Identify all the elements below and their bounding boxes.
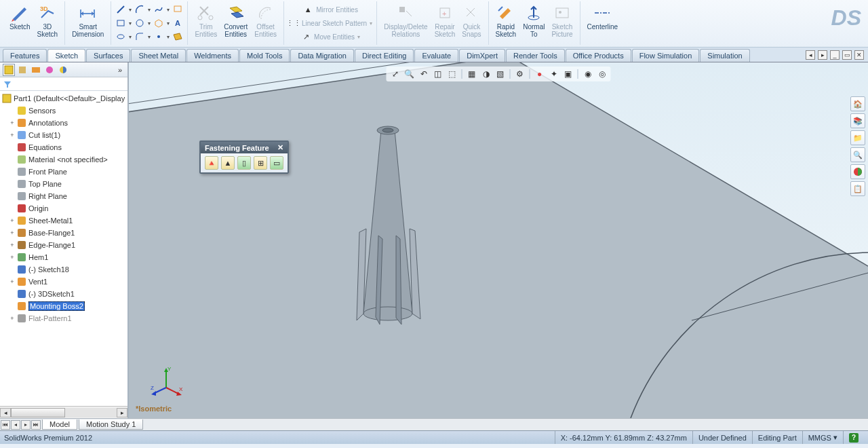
- bt-first-icon[interactable]: ⏮: [1, 420, 10, 430]
- zoom-area-icon[interactable]: 🔍: [403, 68, 416, 80]
- rapid-sketch-button[interactable]: Rapid Sketch: [493, 3, 519, 39]
- panel-expand-icon[interactable]: »: [115, 66, 125, 74]
- tree-item[interactable]: Top Plane: [0, 178, 127, 190]
- scroll-left-icon[interactable]: ◂: [0, 408, 11, 417]
- scroll-right-icon[interactable]: ▸: [117, 408, 127, 417]
- tree-item[interactable]: +Annotations: [0, 117, 127, 129]
- tree-expand-icon[interactable]: +: [8, 254, 16, 261]
- arc-tool-icon[interactable]: [134, 4, 145, 15]
- tree-item[interactable]: +Sheet-Metal1: [0, 214, 127, 227]
- command-tab[interactable]: Render Tools: [506, 49, 565, 62]
- win-restore-icon[interactable]: ▭: [842, 50, 852, 60]
- filter-bar[interactable]: [0, 77, 127, 91]
- panel-hscroll[interactable]: ◂ ▸: [0, 406, 127, 418]
- bt-last-icon[interactable]: ⏭: [31, 420, 41, 430]
- bottom-tab[interactable]: Model: [42, 419, 77, 430]
- win-minimize-icon[interactable]: _: [830, 50, 840, 60]
- centerline-button[interactable]: Centerline: [585, 3, 621, 31]
- circle-tool-icon[interactable]: [134, 18, 145, 29]
- command-tab[interactable]: Data Migration: [290, 49, 354, 62]
- tree-item[interactable]: +Hem1: [0, 251, 127, 263]
- view-settings-icon[interactable]: ⚙: [514, 68, 526, 80]
- camera-icon[interactable]: ◉: [582, 68, 594, 80]
- bt-prev-icon[interactable]: ◂: [11, 420, 20, 430]
- smart-dimension-button[interactable]: Smart Dimension: [69, 3, 106, 39]
- command-tab[interactable]: Direct Editing: [355, 49, 414, 62]
- display-style-icon[interactable]: ▦: [466, 68, 478, 80]
- rect-corner-icon[interactable]: [115, 18, 126, 29]
- tree-item[interactable]: +Edge-Flange1: [0, 239, 127, 251]
- bt-next-icon[interactable]: ▸: [21, 420, 31, 430]
- spline-tool-icon[interactable]: [153, 4, 164, 15]
- sketch-button[interactable]: Sketch: [7, 3, 33, 39]
- vent-icon[interactable]: ⊞: [254, 156, 267, 170]
- file-explorer-tab-icon[interactable]: 📁: [850, 130, 865, 145]
- tree-item[interactable]: +Vent1: [0, 276, 127, 288]
- line-tool-icon[interactable]: [115, 4, 126, 15]
- command-tab[interactable]: Sheet Metal: [131, 49, 186, 62]
- command-tab[interactable]: Weldments: [186, 49, 239, 62]
- tree-item[interactable]: Mounting Boss2: [0, 300, 127, 312]
- fillet-tool-icon[interactable]: [134, 31, 145, 42]
- custom-props-tab-icon[interactable]: 📋: [850, 181, 865, 196]
- view-orient-icon[interactable]: ⬚: [446, 68, 458, 80]
- tree-item[interactable]: +Base-Flange1: [0, 227, 127, 239]
- mounting-boss-icon[interactable]: 🔺: [205, 156, 218, 170]
- tree-item[interactable]: +Cut list(1): [0, 129, 127, 141]
- scene-icon[interactable]: ▧: [494, 68, 507, 80]
- ellipse-tool-icon[interactable]: [115, 31, 126, 42]
- tree-item[interactable]: Front Plane: [0, 166, 127, 178]
- display-tab-icon[interactable]: [57, 64, 69, 76]
- zoom-fit-icon[interactable]: ⤢: [389, 68, 401, 80]
- appearances-tab-icon[interactable]: [850, 164, 865, 179]
- tree-expand-icon[interactable]: +: [8, 119, 16, 126]
- tree-item[interactable]: Material <not specified>: [0, 153, 127, 166]
- hide-show-icon[interactable]: ◑: [480, 68, 492, 80]
- command-tab[interactable]: Surfaces: [86, 49, 130, 62]
- lip-groove-icon[interactable]: ▭: [270, 156, 283, 170]
- command-tab[interactable]: DimXpert: [459, 49, 505, 62]
- text-tool-icon[interactable]: A: [172, 18, 183, 29]
- command-tab[interactable]: Evaluate: [414, 49, 458, 62]
- snap-groove-icon[interactable]: ▯: [237, 156, 251, 170]
- polygon-tool-icon[interactable]: [153, 18, 164, 29]
- decal-icon[interactable]: ✦: [548, 68, 560, 80]
- command-tab[interactable]: Mold Tools: [239, 49, 290, 62]
- scroll-thumb[interactable]: [11, 408, 65, 417]
- rect-tool-icon[interactable]: [172, 4, 183, 15]
- tree-expand-icon[interactable]: +: [8, 315, 16, 322]
- status-help-icon[interactable]: ?: [843, 431, 864, 444]
- resources-tab-icon[interactable]: 🏠: [850, 96, 865, 111]
- flyout-close-icon[interactable]: ✕: [277, 143, 283, 152]
- tree-expand-icon[interactable]: +: [8, 217, 16, 224]
- command-tab[interactable]: Flow Simulation: [632, 49, 700, 62]
- tree-item[interactable]: (-) Sketch18: [0, 263, 127, 276]
- tree-root[interactable]: Part1 (Default<<Default>_Display: [0, 92, 127, 105]
- tree-item[interactable]: Origin: [0, 202, 127, 214]
- design-library-tab-icon[interactable]: 📚: [850, 113, 865, 128]
- status-units[interactable]: MMGS ▾: [802, 431, 843, 444]
- plane-tool-icon[interactable]: [172, 31, 183, 42]
- bottom-tab[interactable]: Motion Study 1: [79, 419, 143, 430]
- render-icon[interactable]: ▣: [562, 68, 574, 80]
- tree-expand-icon[interactable]: +: [8, 229, 16, 236]
- command-tab[interactable]: Simulation: [700, 49, 749, 62]
- tree-item[interactable]: Right Plane: [0, 190, 127, 202]
- tree-expand-icon[interactable]: +: [8, 132, 16, 138]
- win-next-icon[interactable]: ▸: [818, 50, 827, 60]
- graphics-area[interactable]: ⋮ ⤢ 🔍 ↶: [129, 62, 868, 418]
- view-palette-tab-icon[interactable]: 🔍: [850, 147, 865, 162]
- tree-item[interactable]: +Flat-Pattern1: [0, 312, 127, 324]
- command-tab[interactable]: Sketch: [47, 49, 85, 62]
- property-tab-icon[interactable]: [16, 64, 28, 76]
- tree-expand-icon[interactable]: +: [8, 278, 16, 285]
- tree-expand-icon[interactable]: +: [8, 242, 16, 248]
- win-close-icon[interactable]: ✕: [854, 50, 864, 60]
- snapshot-icon[interactable]: ◎: [596, 68, 608, 80]
- prev-view-icon[interactable]: ↶: [418, 68, 430, 80]
- appearance-icon[interactable]: ●: [534, 68, 546, 80]
- dimxpert-tab-icon[interactable]: [43, 64, 56, 76]
- command-tab[interactable]: Features: [3, 49, 47, 62]
- normal-to-button[interactable]: Normal To: [520, 3, 547, 39]
- tree-item[interactable]: Equations: [0, 141, 127, 153]
